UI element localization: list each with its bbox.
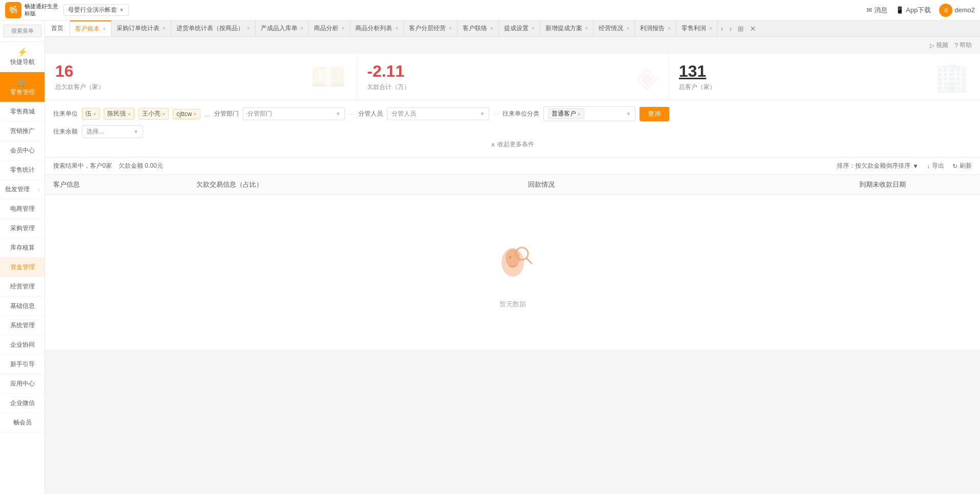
topbar-right: ✉ 消息 📱 App下载 d demo2 [867, 4, 975, 17]
result-summary: 搜索结果中，客户0家 欠款金额 0.00元 [53, 162, 163, 170]
tab-home[interactable]: 首页 [45, 20, 70, 36]
filter-tag-chen-text: 陈民强 [107, 109, 126, 118]
sidebar-item-quick-nav[interactable]: ⚡ 快捷导航 [0, 42, 44, 72]
tab-product-inbound[interactable]: 产成品入库单 × [256, 20, 309, 36]
export-btn[interactable]: ↓ 导出 [927, 162, 944, 170]
tab-ops-status[interactable]: 经营情况 × [594, 20, 635, 36]
tab-close-purchase-order-stats[interactable]: × [163, 26, 166, 31]
tab-customer-accounts[interactable]: 客户账本 × [70, 20, 111, 36]
sidebar-item-vip[interactable]: 畅会员 [0, 413, 44, 433]
table-header: 客户信息 欠款交易信息（占比） 回款情况 到期未收款日期 [45, 175, 980, 195]
tab-close-product-analysis-list[interactable]: × [395, 26, 398, 31]
dept-dropdown[interactable]: 分管部门 ▼ [243, 107, 345, 120]
company-select[interactable]: 母婴行业演示帐套 ▼ [63, 4, 129, 16]
sidebar-item-marketing[interactable]: 营销推广 [0, 122, 44, 141]
tab-customer-tier[interactable]: 客户分层经营 × [404, 20, 458, 36]
sidebar-item-enterprise-wechat[interactable]: 企业微信 [0, 394, 44, 413]
sidebar-item-new-guide[interactable]: 新手引导 [0, 355, 44, 374]
sidebar-item-operations[interactable]: 经营管理 [0, 277, 44, 297]
refresh-btn[interactable]: ↻ 刷新 [952, 162, 972, 170]
tab-product-analysis[interactable]: 商品分析 × [309, 20, 350, 36]
tab-close-all-btn[interactable]: ✕ [747, 20, 759, 36]
tab-customer-contact-label: 客户联络 [463, 24, 487, 33]
tab-close-customer-tier[interactable]: × [449, 26, 452, 31]
result-summary-text: 搜索结果中，客户0家 [53, 162, 112, 169]
tab-inbound-stats[interactable]: 进货单统计表（按商品） × [171, 20, 256, 36]
unit-type-filter-label: 往来单位分类 [503, 109, 539, 118]
unit-type-tag-close[interactable]: × [577, 111, 580, 117]
table-col-customer-info: 客户信息 [53, 180, 196, 189]
filter-tag-cjttcw-text: cjttcw [176, 110, 192, 118]
table-col-due-date: 到期未收款日期 [859, 180, 972, 189]
filter-more-units[interactable]: ... [204, 110, 211, 118]
tab-close-inbound-stats[interactable]: × [247, 26, 250, 31]
tab-close-product-inbound[interactable]: × [301, 26, 304, 31]
video-help-btn[interactable]: ▷ 视频 [930, 41, 948, 50]
unit-type-select[interactable]: 普通客户 × ▼ [543, 106, 635, 121]
sidebar-item-system[interactable]: 系统管理 [0, 316, 44, 335]
stat-value-total-customers[interactable]: 131 [679, 62, 716, 81]
tab-next-btn[interactable]: › [726, 20, 735, 36]
tab-profit-report[interactable]: 利润报告 × [635, 20, 676, 36]
person-arrow: ▼ [480, 111, 485, 117]
tab-purchase-order-stats-label: 采购订单统计表 [117, 24, 159, 33]
sidebar-item-enterprise-coop[interactable]: 企业协同 [0, 335, 44, 355]
user-menu[interactable]: d demo2 [939, 4, 975, 17]
enterprise-wechat-label: 企业微信 [10, 399, 35, 408]
sidebar-item-basic-info[interactable]: 基础信息 [0, 297, 44, 316]
avatar: d [939, 4, 952, 17]
filter-tag-chen-close[interactable]: × [127, 111, 130, 117]
stat-info-total-customers: 131 总客户（家） [679, 62, 716, 92]
filter-tag-cjttcw-close[interactable]: × [193, 111, 196, 117]
tab-close-customer-accounts[interactable]: × [103, 26, 106, 32]
tab-customer-contact[interactable]: 客户联络 × [458, 20, 499, 36]
empty-state: 暂无数据 [45, 195, 980, 350]
tab-new-raise-plan[interactable]: 新增提成方案 × [540, 20, 594, 36]
table-container: 客户信息 欠款交易信息（占比） 回款情况 到期未收款日期 [45, 175, 980, 350]
tab-close-new-raise-plan[interactable]: × [585, 26, 588, 31]
balance-dropdown[interactable]: 选择... ▼ [82, 125, 143, 138]
main-layout: 搜索菜单 ⚡ 快捷导航 🛒 零售管理 零售商城 营销推广 会员中心 零售统计 批… [0, 20, 980, 494]
tab-close-profit-report[interactable]: × [668, 26, 671, 31]
tab-close-ops-status[interactable]: × [626, 26, 629, 31]
tab-purchase-order-stats[interactable]: 采购订单统计表 × [111, 20, 171, 36]
person-filter-label: 分管人员 [358, 109, 383, 118]
sort-arrow: ▼ [913, 163, 919, 170]
sidebar-item-inventory[interactable]: 库存核算 [0, 238, 44, 258]
sidebar-item-wholesale[interactable]: 批发管理 › [0, 180, 44, 199]
person-placeholder: 分管人员 [392, 109, 480, 118]
tab-close-product-analysis[interactable]: × [341, 26, 345, 31]
help-btn[interactable]: ? 帮助 [954, 41, 972, 50]
sidebar-item-member[interactable]: 会员中心 [0, 141, 44, 161]
tab-product-analysis-list[interactable]: 商品分析列表 × [350, 20, 404, 36]
tab-close-customer-contact[interactable]: × [490, 26, 493, 31]
tab-retail-profit[interactable]: 零售利润 × [676, 20, 718, 36]
tab-close-retail-profit[interactable]: × [709, 26, 712, 31]
tab-raise-settings[interactable]: 提成设置 × [499, 20, 540, 36]
filter-tag-wu-close[interactable]: × [93, 111, 96, 117]
message-btn[interactable]: ✉ 消息 [867, 6, 887, 15]
person-more-dots: ··· [493, 110, 498, 118]
filter-tag-wang-close[interactable]: × [162, 111, 165, 117]
company-dropdown-arrow: ▼ [119, 7, 124, 13]
tab-prev-btn[interactable]: ‹ [718, 20, 726, 36]
sidebar-item-finance[interactable]: 资金管理 [0, 258, 44, 277]
tab-close-raise-settings[interactable]: × [532, 26, 535, 31]
sidebar-item-retail-stats[interactable]: 零售统计 [0, 161, 44, 180]
sidebar-item-ecommerce[interactable]: 电商管理 [0, 199, 44, 219]
search-menu-btn[interactable]: 搜索菜单 [3, 25, 41, 37]
stat-label-total-customers: 总客户（家） [679, 83, 716, 92]
filter-row-1: 往来单位 伍 × 陈民强 × 王小亮 × cjttcw [53, 106, 972, 121]
sidebar-item-purchase[interactable]: 采购管理 [0, 219, 44, 238]
tab-expand-btn[interactable]: ⊞ [735, 20, 747, 36]
app-download-btn[interactable]: 📱 App下载 [896, 6, 931, 15]
sidebar-item-app-center[interactable]: 应用中心 [0, 374, 44, 394]
retail-stats-label: 零售统计 [10, 166, 35, 174]
sidebar-item-retail-mall[interactable]: 零售商城 [0, 102, 44, 122]
query-btn[interactable]: 查询 [640, 107, 669, 121]
stats-row: 💴 16 总欠款客户（家） ◈ -2.11 欠款合计（万） 🏢 [45, 54, 980, 100]
sort-select[interactable]: 排序：按欠款金额倒序排序 ▼ [837, 162, 919, 170]
collapse-btn[interactable]: ∧ 收起更多条件 [491, 140, 534, 149]
person-dropdown[interactable]: 分管人员 ▼ [387, 107, 489, 120]
sidebar-item-retail-mgmt[interactable]: 🛒 零售管理 [0, 72, 44, 102]
